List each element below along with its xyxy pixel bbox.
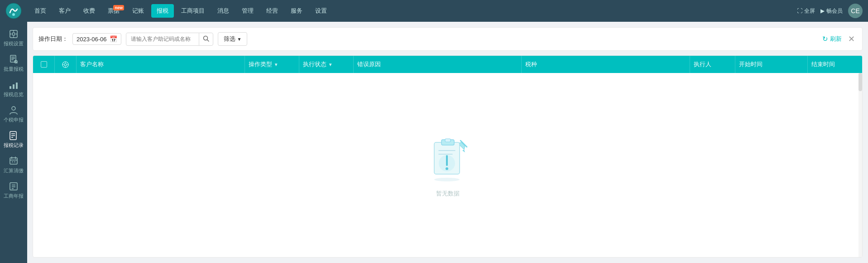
search-box	[126, 33, 213, 46]
svg-point-16	[12, 107, 15, 110]
sidebar-label-tax-settings: 报税设置	[4, 40, 24, 47]
nav-bookkeeping[interactable]: 记账	[127, 4, 149, 18]
sidebar-label-batch-tax: 批量报税	[4, 66, 24, 73]
nav-home[interactable]: 首页	[29, 4, 52, 18]
sidebar-label-annual-report: 工商年报	[4, 193, 24, 200]
sidebar: 报税设置 批量报税	[0, 22, 27, 263]
toolbar: 操作日期： 2023-06-06 📅 筛选 ▼ ↻	[33, 27, 863, 51]
th-op-type[interactable]: 操作类型 ▼	[245, 56, 299, 73]
sidebar-label-tax-record: 报税记录	[4, 142, 24, 149]
svg-rect-44	[445, 139, 451, 142]
search-button[interactable]	[199, 33, 213, 45]
filter-button[interactable]: 筛选 ▼	[218, 32, 248, 46]
member-label: 畅会员	[826, 7, 843, 15]
nav-tax[interactable]: 报税	[151, 4, 174, 18]
svg-point-34	[64, 63, 67, 66]
table-header: 客户名称 操作类型 ▼ 执行状态 ▼ 错误原因 税种 执行人	[33, 56, 862, 73]
svg-rect-15	[16, 83, 18, 89]
svg-rect-21	[10, 158, 17, 164]
nav-message[interactable]: 消息	[212, 4, 235, 18]
annual-report-icon	[9, 181, 19, 191]
th-settings[interactable]	[55, 56, 77, 73]
svg-marker-41	[462, 150, 465, 152]
scrollbar[interactable]	[858, 73, 862, 257]
empty-state: 暂无数据	[33, 73, 862, 257]
th-status[interactable]: 执行状态 ▼	[299, 56, 354, 73]
avatar[interactable]: CE	[848, 4, 863, 18]
logo[interactable]	[5, 3, 22, 19]
th-tax-type: 税种	[522, 56, 690, 73]
date-value: 2023-06-06	[77, 36, 107, 43]
play-icon: ▶	[820, 8, 825, 14]
nav-ticket[interactable]: 票据 new	[102, 4, 125, 18]
tax-overview-icon	[9, 80, 19, 90]
tax-record-icon	[9, 131, 19, 141]
close-button[interactable]: ✕	[846, 34, 857, 44]
svg-rect-14	[13, 84, 14, 89]
empty-text: 暂无数据	[436, 190, 460, 198]
op-type-filter-icon: ▼	[274, 62, 278, 67]
svg-point-47	[446, 167, 448, 170]
refresh-label: 刷新	[830, 35, 842, 43]
sidebar-label-personal-tax: 个税申报	[4, 117, 24, 123]
filter-chevron-icon: ▼	[237, 37, 242, 42]
personal-tax-icon	[9, 105, 19, 115]
sidebar-item-batch-tax[interactable]: 批量报税	[1, 51, 26, 76]
top-nav: 首页 客户 收费 票据 new 记账 报税 工商项目 消息 管理 经营 服务 设…	[0, 0, 868, 22]
status-filter-icon: ▼	[328, 62, 333, 67]
nav-items: 首页 客户 收费 票据 new 记账 报税 工商项目 消息 管理 经营 服务 设…	[29, 4, 797, 18]
fullscreen-icon: ⛶	[797, 8, 802, 14]
th-checkbox[interactable]	[33, 56, 55, 73]
date-picker[interactable]: 2023-06-06 📅	[72, 33, 121, 45]
search-input[interactable]	[126, 34, 199, 44]
member-btn[interactable]: ▶ 畅会员	[820, 7, 843, 15]
main-layout: 报税设置 批量报税	[0, 22, 868, 263]
empty-icon	[425, 132, 470, 182]
calendar-icon: 📅	[110, 35, 117, 43]
nav-operation[interactable]: 经营	[261, 4, 283, 18]
header-checkbox[interactable]	[41, 61, 47, 68]
sidebar-item-annual-report[interactable]: 工商年报	[1, 178, 26, 203]
refresh-icon: ↻	[822, 35, 828, 43]
nav-customer[interactable]: 客户	[53, 4, 76, 18]
th-start-time: 开始时间	[735, 56, 808, 73]
annual-settle-icon	[9, 156, 19, 166]
table-container: 客户名称 操作类型 ▼ 执行状态 ▼ 错误原因 税种 执行人	[33, 55, 863, 258]
svg-rect-11	[11, 59, 14, 60]
sidebar-item-tax-overview[interactable]: 报税总览	[1, 76, 26, 102]
fullscreen-label: 全屏	[804, 7, 815, 15]
svg-rect-13	[10, 86, 11, 89]
nav-right: ⛶ 全屏 ▶ 畅会员 CE	[797, 4, 863, 18]
th-end-time: 结束时间	[808, 56, 862, 73]
refresh-button[interactable]: ↻ 刷新	[822, 35, 842, 43]
nav-manage[interactable]: 管理	[236, 4, 259, 18]
svg-point-50	[434, 178, 460, 181]
th-error-reason: 错误原因	[354, 56, 522, 73]
content-area: 操作日期： 2023-06-06 📅 筛选 ▼ ↻	[27, 22, 868, 263]
svg-point-3	[12, 33, 15, 35]
sidebar-label-tax-overview: 报税总览	[4, 91, 24, 98]
batch-tax-icon	[9, 54, 19, 64]
sidebar-item-tax-record[interactable]: 报税记录	[1, 127, 26, 152]
filter-label: 筛选	[224, 35, 235, 43]
sidebar-item-personal-tax[interactable]: 个税申报	[1, 102, 26, 127]
nav-business[interactable]: 工商项目	[176, 4, 210, 18]
nav-service[interactable]: 服务	[285, 4, 308, 18]
nav-fee[interactable]: 收费	[78, 4, 101, 18]
svg-rect-9	[11, 57, 15, 58]
th-executor: 执行人	[690, 56, 735, 73]
nav-settings[interactable]: 设置	[310, 4, 332, 18]
sidebar-label-annual-settle: 汇算清缴	[4, 167, 24, 174]
svg-point-1	[12, 13, 15, 16]
svg-line-32	[207, 39, 209, 41]
sidebar-item-annual-settle[interactable]: 汇算清缴	[1, 152, 26, 178]
scroll-thumb[interactable]	[858, 73, 862, 91]
th-name: 客户名称	[77, 56, 245, 73]
svg-rect-10	[11, 58, 15, 59]
date-label: 操作日期：	[38, 35, 68, 43]
fullscreen-btn[interactable]: ⛶ 全屏	[797, 7, 815, 15]
sidebar-item-tax-settings[interactable]: 报税设置	[1, 25, 26, 51]
tax-settings-icon	[9, 29, 19, 39]
new-badge: new	[113, 5, 124, 10]
